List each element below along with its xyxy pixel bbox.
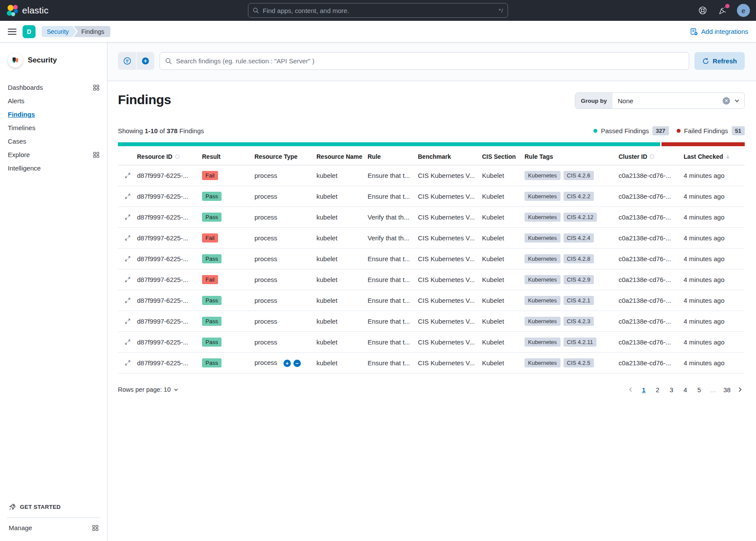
result-badge: Pass [202, 192, 222, 201]
resource-id-cell: d87f9997-6225-... [137, 213, 202, 221]
result-cell: Pass [202, 317, 254, 326]
sidebar-item-cases[interactable]: Cases [0, 134, 107, 148]
rule-tag-badge: CIS 4.2.4 [564, 233, 594, 243]
pagination-page-38[interactable]: 38 [721, 384, 733, 395]
add-filter-button[interactable] [136, 52, 154, 70]
column-header-resource-name[interactable]: Resource Name [316, 153, 368, 160]
expand-icon [124, 297, 131, 304]
column-header-result[interactable]: Result [202, 153, 254, 160]
cluster-id-cell: c0a2138e-cd76-... [619, 255, 684, 262]
column-header-rule[interactable]: Rule [368, 153, 418, 160]
breadcrumb-security[interactable]: Security [42, 26, 77, 37]
expand-row-button[interactable] [118, 256, 137, 262]
chevron-down-icon[interactable] [734, 98, 740, 104]
pagination-page-2[interactable]: 2 [652, 384, 663, 395]
expand-row-button[interactable] [118, 297, 137, 304]
sort-hint-icon [649, 154, 655, 159]
add-integrations-icon [690, 28, 698, 36]
expand-row-button[interactable] [118, 276, 137, 283]
column-header-label: Rule Tags [525, 153, 553, 160]
cis-section-cell: Kubelet [482, 338, 525, 346]
rule-tag-badge: CIS 4.2.2 [564, 192, 594, 201]
sidebar-item-findings[interactable]: Findings [0, 108, 107, 121]
pagination-prev-icon[interactable] [626, 387, 635, 393]
resource-name-cell: kubelet [316, 338, 368, 346]
pagination-page-4[interactable]: 4 [680, 384, 691, 395]
sort-desc-icon [725, 154, 730, 159]
news-icon[interactable] [717, 5, 728, 16]
rule-tag-badge: CIS 4.2.1 [564, 296, 594, 305]
expand-row-button[interactable] [118, 235, 137, 241]
rule-cell: Verify that th... [368, 213, 418, 221]
elastic-logo[interactable]: elastic [6, 4, 49, 16]
column-header-resource-type[interactable]: Resource Type [254, 153, 316, 160]
pagination-page-3[interactable]: 3 [666, 384, 677, 395]
page-title: Findings [118, 92, 171, 107]
column-header-label: Rule [368, 153, 381, 160]
sidebar-item-dashboards[interactable]: Dashboards [0, 81, 107, 94]
expand-row-button[interactable] [118, 318, 137, 325]
expand-row-button[interactable] [118, 172, 137, 179]
expand-icon [124, 193, 131, 200]
global-search-input[interactable] [263, 7, 499, 14]
cis-section-cell: Kubelet [482, 193, 525, 200]
benchmark-cell: CIS Kubernetes V... [418, 213, 482, 221]
expand-row-button[interactable] [118, 360, 137, 366]
add-integrations-button[interactable]: Add integrations [690, 28, 748, 36]
group-by-clear-icon[interactable]: ✕ [723, 97, 730, 105]
sidebar-item-explore[interactable]: Explore [0, 148, 107, 161]
result-badge: Pass [202, 317, 222, 326]
global-search[interactable]: */ [248, 3, 508, 18]
notification-dot [725, 4, 730, 8]
sidebar-item-intelligence[interactable]: Intelligence [0, 161, 107, 175]
findings-search-input[interactable] [176, 57, 684, 65]
refresh-button[interactable]: Refresh [694, 52, 745, 70]
expand-row-button[interactable] [118, 339, 137, 345]
rows-per-page-button[interactable]: Rows per page: 10 [118, 386, 179, 393]
expand-icon [124, 276, 131, 283]
resource-type-cell: process + − [254, 276, 316, 283]
pagination-page-5[interactable]: 5 [694, 384, 705, 395]
group-by-value[interactable]: None [613, 97, 723, 105]
expand-row-button[interactable] [118, 214, 137, 220]
benchmark-cell: CIS Kubernetes V... [418, 276, 482, 283]
global-header: elastic */ e [0, 0, 756, 21]
column-header-rule-tags[interactable]: Rule Tags [525, 153, 619, 160]
result-badge: Pass [202, 213, 222, 222]
cluster-id-cell: c0a2138e-cd76-... [619, 318, 684, 325]
passed-dot-icon [593, 129, 597, 133]
findings-search[interactable] [160, 52, 689, 70]
user-avatar[interactable]: e [737, 4, 750, 17]
pagination-page-1[interactable]: 1 [638, 384, 649, 395]
expand-row-button[interactable] [118, 193, 137, 200]
column-header-label: Resource Name [316, 153, 362, 160]
resource-name-cell: kubelet [316, 318, 368, 325]
filter-circle-icon [123, 57, 131, 65]
sidebar-item-manage[interactable]: Manage [6, 524, 101, 531]
filter-list-button[interactable] [118, 52, 136, 70]
resource-type-value: process [254, 318, 277, 325]
expand-icon [124, 339, 131, 345]
last-checked-cell: 4 minutes ago [684, 213, 745, 221]
filter-out-value-icon[interactable]: − [293, 360, 301, 367]
cluster-id-cell: c0a2138e-cd76-... [619, 172, 684, 179]
rule-tags-cell: KubernetesCIS 4.2.4 [525, 233, 619, 243]
column-header-resource-id[interactable]: Resource ID [137, 153, 202, 160]
group-by-control[interactable]: Group by None ✕ [575, 92, 745, 109]
deployment-badge[interactable]: D [23, 25, 36, 38]
help-icon[interactable] [697, 5, 708, 16]
column-header-cis-section[interactable]: CIS Section [482, 153, 525, 160]
column-header-cluster-id[interactable]: Cluster ID [619, 153, 684, 160]
sidebar-item-timelines[interactable]: Timelines [0, 121, 107, 134]
pagination-next-icon[interactable] [735, 387, 745, 393]
sidebar-item-alerts[interactable]: Alerts [0, 94, 107, 108]
menu-icon[interactable] [8, 29, 16, 35]
column-header-benchmark[interactable]: Benchmark [418, 153, 482, 160]
column-header-last-checked[interactable]: Last Checked [684, 153, 745, 160]
sidebar-item-get-started[interactable]: GET STARTED [6, 503, 101, 518]
column-header-label: Resource Type [254, 153, 297, 160]
resource-type-cell: process + − [254, 338, 316, 346]
last-checked-cell: 4 minutes ago [684, 297, 745, 304]
cluster-id-cell: c0a2138e-cd76-... [619, 297, 684, 304]
filter-for-value-icon[interactable]: + [284, 360, 291, 367]
